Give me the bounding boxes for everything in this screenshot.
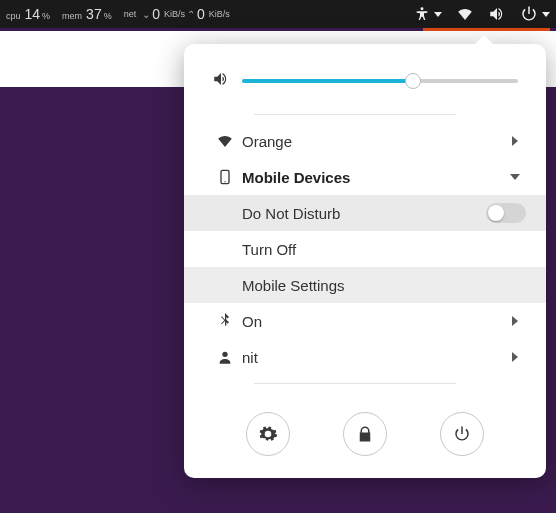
- cpu-unit: %: [42, 11, 50, 21]
- power-icon[interactable]: [520, 5, 550, 23]
- user-row[interactable]: nit: [184, 339, 546, 375]
- settings-button[interactable]: [246, 412, 290, 456]
- net-down-value: 0: [152, 6, 160, 22]
- bluetooth-row[interactable]: On: [184, 303, 546, 339]
- accessibility-icon[interactable]: [414, 6, 442, 22]
- bottom-actions: [184, 392, 546, 460]
- volume-icon[interactable]: [488, 5, 506, 23]
- net-up-value: 0: [197, 6, 205, 22]
- user-label: nit: [242, 349, 504, 366]
- chevron-right-icon: [504, 136, 526, 146]
- power-button[interactable]: [440, 412, 484, 456]
- wifi-row[interactable]: Orange: [184, 123, 546, 159]
- net-down-arrow: ⌄: [142, 9, 150, 20]
- dnd-label: Do Not Disturb: [242, 205, 486, 222]
- chevron-down-icon: [542, 12, 550, 17]
- bluetooth-icon: [208, 313, 242, 329]
- mem-stat: mem 37 %: [62, 6, 112, 22]
- chevron-right-icon: [504, 352, 526, 362]
- top-panel: cpu 14 % mem 37 % net ⌄ 0 KiB/s ⌃ 0 KiB/…: [0, 0, 556, 28]
- volume-slider[interactable]: [242, 79, 518, 83]
- turn-off-label: Turn Off: [242, 241, 526, 258]
- chevron-right-icon: [504, 316, 526, 326]
- chevron-down-icon: [504, 174, 526, 180]
- net-up-arrow: ⌃: [187, 9, 195, 20]
- mem-value: 37: [86, 6, 102, 22]
- dnd-row[interactable]: Do Not Disturb: [184, 195, 546, 231]
- mobile-settings-row[interactable]: Mobile Settings: [184, 267, 546, 303]
- net-stat: net ⌄ 0 KiB/s ⌃ 0 KiB/s: [124, 6, 230, 22]
- volume-row: [184, 44, 546, 106]
- mobile-settings-label: Mobile Settings: [242, 277, 526, 294]
- separator: [254, 383, 456, 384]
- system-menu-popover: Orange Mobile Devices Do Not Disturb Tur…: [184, 44, 546, 478]
- mobile-icon: [208, 169, 242, 185]
- net-up-unit: KiB/s: [209, 9, 230, 19]
- cpu-label: cpu: [6, 11, 21, 21]
- cpu-stat: cpu 14 %: [6, 6, 50, 22]
- mobile-devices-row[interactable]: Mobile Devices: [184, 159, 546, 195]
- volume-slider-fill: [242, 79, 413, 83]
- turn-off-row[interactable]: Turn Off: [184, 231, 546, 267]
- toggle-knob: [488, 205, 504, 221]
- bluetooth-label: On: [242, 313, 504, 330]
- mem-unit: %: [104, 11, 112, 21]
- wifi-label: Orange: [242, 133, 504, 150]
- volume-icon: [212, 70, 230, 92]
- mobile-devices-label: Mobile Devices: [242, 169, 504, 186]
- svg-point-2: [224, 181, 225, 182]
- status-area[interactable]: [414, 5, 550, 23]
- net-label: net: [124, 9, 137, 19]
- separator: [254, 114, 456, 115]
- user-icon: [208, 349, 242, 365]
- volume-slider-thumb[interactable]: [405, 73, 421, 89]
- svg-point-0: [421, 7, 424, 10]
- svg-point-3: [222, 352, 227, 357]
- cpu-value: 14: [25, 6, 41, 22]
- wifi-icon: [208, 132, 242, 150]
- wifi-icon[interactable]: [456, 5, 474, 23]
- chevron-down-icon: [434, 12, 442, 17]
- lock-button[interactable]: [343, 412, 387, 456]
- mem-label: mem: [62, 11, 82, 21]
- dnd-toggle[interactable]: [486, 203, 526, 223]
- net-down-unit: KiB/s: [164, 9, 185, 19]
